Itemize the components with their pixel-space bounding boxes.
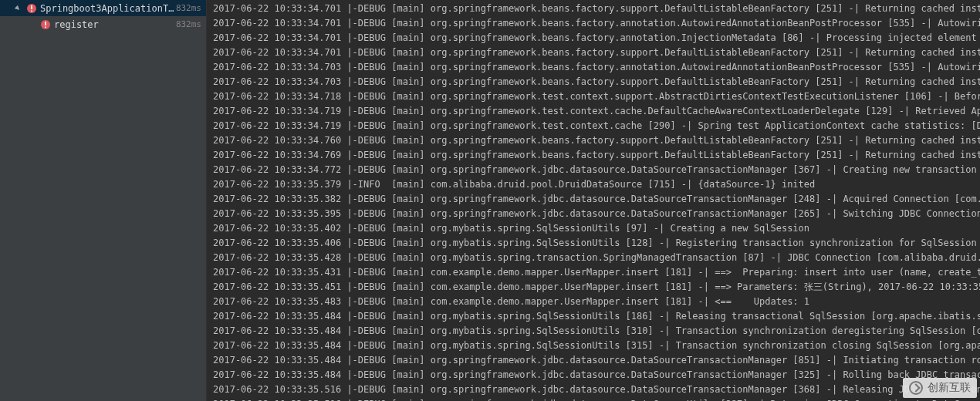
log-line: 2017-06-22 10:33:35.379 |-INFO [main] co…: [213, 177, 980, 192]
log-line: 2017-06-22 10:33:35.406 |-DEBUG [main] o…: [213, 236, 980, 251]
log-line: 2017-06-22 10:33:35.484 |-DEBUG [main] o…: [213, 353, 980, 368]
svg-rect-5: [45, 26, 46, 28]
log-line: 2017-06-22 10:33:35.428 |-DEBUG [main] o…: [213, 251, 980, 265]
log-line: 2017-06-22 10:33:34.719 |-DEBUG [main] o…: [213, 119, 980, 133]
watermark-text: 创新互联: [928, 381, 971, 395]
log-line: 2017-06-22 10:33:35.484 |-DEBUG [main] o…: [213, 324, 980, 339]
log-line: 2017-06-22 10:33:35.484 |-DEBUG [main] o…: [213, 368, 980, 382]
log-line: 2017-06-22 10:33:35.395 |-DEBUG [main] o…: [213, 207, 980, 221]
log-line: 2017-06-22 10:33:35.402 |-DEBUG [main] o…: [213, 221, 980, 236]
watermark: 创新互联: [903, 378, 977, 398]
log-line: 2017-06-22 10:33:35.451 |-DEBUG [main] c…: [213, 280, 980, 295]
log-line: 2017-06-22 10:33:35.484 |-DEBUG [main] o…: [213, 339, 980, 353]
test-item-label: Springboot3ApplicationTes: [40, 3, 176, 14]
log-line: 2017-06-22 10:33:34.719 |-DEBUG [main] o…: [213, 104, 980, 119]
test-item-duration: 832ms: [176, 19, 206, 29]
log-line: 2017-06-22 10:33:34.701 |-DEBUG [main] o…: [213, 16, 980, 31]
log-line: 2017-06-22 10:33:35.484 |-DEBUG [main] o…: [213, 309, 980, 324]
spacer: [26, 19, 37, 30]
log-line: 2017-06-22 10:33:34.701 |-DEBUG [main] o…: [213, 2, 980, 16]
log-line: 2017-06-22 10:33:35.516 |-DEBUG [main] o…: [213, 382, 980, 397]
log-line: 2017-06-22 10:33:35.483 |-DEBUG [main] c…: [213, 295, 980, 309]
test-item-label: register: [54, 19, 176, 30]
test-error-icon: [40, 19, 51, 30]
test-error-icon: [26, 3, 37, 14]
log-line: 2017-06-22 10:33:34.718 |-DEBUG [main] o…: [213, 89, 980, 104]
test-tree-item[interactable]: register832ms: [0, 16, 206, 32]
log-line: 2017-06-22 10:33:34.772 |-DEBUG [main] o…: [213, 163, 980, 177]
log-line: 2017-06-22 10:33:34.701 |-DEBUG [main] o…: [213, 31, 980, 45]
log-line: 2017-06-22 10:33:35.516 |-DEBUG [main] o…: [213, 397, 980, 401]
svg-rect-1: [31, 5, 32, 9]
log-line: 2017-06-22 10:33:34.769 |-DEBUG [main] o…: [213, 148, 980, 163]
watermark-logo-icon: [909, 381, 923, 395]
log-line: 2017-06-22 10:33:34.701 |-DEBUG [main] o…: [213, 45, 980, 60]
test-tree-panel[interactable]: Springboot3ApplicationTes832msregister83…: [0, 0, 207, 401]
test-item-duration: 832ms: [176, 3, 206, 13]
svg-rect-4: [45, 22, 46, 25]
test-tree-item[interactable]: Springboot3ApplicationTes832ms: [0, 0, 206, 16]
console-log: 2017-06-22 10:33:34.701 |-DEBUG [main] o…: [207, 0, 980, 401]
expand-arrow-icon[interactable]: [12, 3, 23, 14]
log-line: 2017-06-22 10:33:34.760 |-DEBUG [main] o…: [213, 133, 980, 148]
svg-rect-2: [31, 10, 32, 12]
log-line: 2017-06-22 10:33:34.703 |-DEBUG [main] o…: [213, 60, 980, 75]
log-line: 2017-06-22 10:33:34.703 |-DEBUG [main] o…: [213, 75, 980, 89]
ide-root: Springboot3ApplicationTes832msregister83…: [0, 0, 980, 401]
log-line: 2017-06-22 10:33:35.382 |-DEBUG [main] o…: [213, 192, 980, 207]
log-line: 2017-06-22 10:33:35.431 |-DEBUG [main] c…: [213, 265, 980, 280]
console-panel[interactable]: 2017-06-22 10:33:34.701 |-DEBUG [main] o…: [207, 0, 980, 401]
